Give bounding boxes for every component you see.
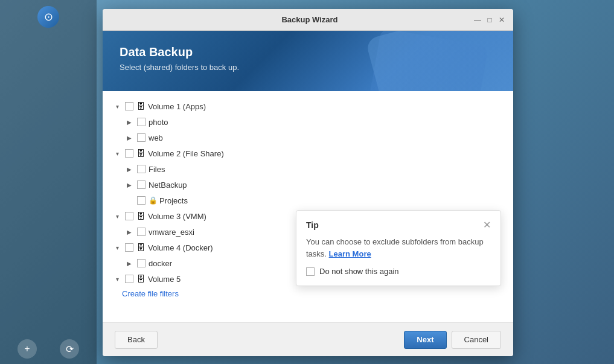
wizard-header: Data Backup Select (shared) folders to b…	[103, 31, 513, 91]
do-not-show-checkbox[interactable]	[306, 267, 315, 276]
window-title: Backup Wizard	[146, 15, 473, 24]
checkbox-projects[interactable]	[137, 196, 146, 205]
maximize-button[interactable]: □	[485, 16, 494, 24]
window-controls: — □ ✕	[473, 16, 506, 24]
tree-row-files[interactable]: ▶ Files	[124, 161, 504, 177]
label-vol3: Volume 3 (VMM)	[148, 212, 206, 221]
expander-photo[interactable]: ▶	[124, 117, 134, 127]
expander-files[interactable]: ▶	[124, 164, 134, 174]
tree-row-vol1[interactable]: ▾ 🗄 Volume 1 (Apps)	[112, 98, 504, 114]
footer-right-buttons: Next Cancel	[404, 331, 501, 349]
tree-row-web[interactable]: ▶ web	[124, 130, 504, 145]
checkbox-vol3[interactable]	[125, 212, 133, 220]
checkbox-web[interactable]	[137, 133, 146, 142]
label-vol5: Volume 5	[148, 275, 181, 284]
wizard-header-subtitle: Select (shared) folders to back up.	[120, 63, 496, 72]
checkbox-docker[interactable]	[137, 259, 146, 267]
children-vol2: ▶ Files ▶ NetBackup 🔒 Projects	[124, 161, 504, 208]
folder-tree[interactable]: ▾ 🗄 Volume 1 (Apps) ▶ photo ▶ web	[103, 91, 513, 322]
label-docker: docker	[149, 259, 172, 268]
label-netbackup: NetBackup	[149, 180, 187, 190]
volume-icon-vol1: 🗄	[136, 101, 145, 111]
tree-row-vol2[interactable]: ▾ 🗄 Volume 2 (File Share)	[112, 145, 504, 161]
tip-close-button[interactable]: ✕	[483, 220, 491, 230]
checkbox-vol1[interactable]	[125, 102, 133, 110]
checkbox-vol4[interactable]	[125, 243, 133, 252]
wizard-header-title: Data Backup	[120, 45, 496, 59]
minimize-button[interactable]: —	[473, 16, 482, 24]
volume-icon-vol5: 🗄	[136, 274, 145, 284]
label-vmware: vmware_esxi	[149, 228, 194, 237]
expander-vol4[interactable]: ▾	[112, 243, 122, 252]
expander-vol1[interactable]: ▾	[112, 101, 122, 111]
tree-row-projects[interactable]: 🔒 Projects	[124, 193, 504, 208]
tip-header: Tip ✕	[306, 220, 491, 230]
expander-vmware[interactable]: ▶	[124, 227, 134, 237]
expander-vol5[interactable]: ▾	[112, 274, 122, 284]
backup-wizard-window: Backup Wizard — □ ✕ Data Backup Select (…	[103, 9, 513, 356]
label-photo: photo	[149, 118, 168, 127]
cancel-button[interactable]: Cancel	[452, 331, 501, 349]
volume-icon-vol4: 🗄	[136, 243, 145, 252]
tip-body: You can choose to exclude subfolders fro…	[306, 236, 491, 260]
wizard-footer: Back Next Cancel	[103, 322, 513, 356]
lock-icon-projects: 🔒	[149, 196, 158, 205]
tip-title: Tip	[306, 220, 319, 230]
checkbox-vol5[interactable]	[125, 275, 133, 283]
back-button[interactable]: Back	[115, 331, 158, 349]
volume-icon-vol3: 🗄	[136, 211, 145, 221]
tree-row-netbackup[interactable]: ▶ NetBackup	[124, 177, 504, 193]
label-projects: Projects	[159, 196, 188, 205]
desktop: ⊙ + ⟳ Backup Wizard — □ ✕ Data Backup Se…	[0, 0, 614, 364]
expander-web[interactable]: ▶	[124, 133, 134, 142]
checkbox-vol2[interactable]	[125, 149, 133, 158]
wizard-content: ▾ 🗄 Volume 1 (Apps) ▶ photo ▶ web	[103, 91, 513, 322]
tip-popup: Tip ✕ You can choose to exclude subfolde…	[296, 210, 501, 286]
label-vol2: Volume 2 (File Share)	[148, 149, 224, 158]
learn-more-link[interactable]: Learn More	[329, 249, 371, 258]
label-vol1: Volume 1 (Apps)	[148, 102, 206, 111]
checkbox-files[interactable]	[137, 165, 146, 173]
checkbox-netbackup[interactable]	[137, 180, 146, 189]
label-files: Files	[149, 165, 165, 174]
taskbar-bottom-buttons: + ⟳	[0, 334, 97, 364]
checkbox-photo[interactable]	[137, 118, 146, 126]
children-vol1: ▶ photo ▶ web	[124, 114, 504, 145]
do-not-show-label: Do not show this again	[319, 267, 399, 276]
add-button[interactable]: +	[18, 339, 37, 359]
taskbar-left: ⊙ + ⟳	[0, 0, 97, 364]
tip-checkbox-row: Do not show this again	[306, 267, 491, 276]
history-button[interactable]: ⟳	[60, 339, 79, 359]
expander-netbackup[interactable]: ▶	[124, 180, 134, 190]
close-button[interactable]: ✕	[497, 16, 506, 24]
expander-vol2[interactable]: ▾	[112, 148, 122, 158]
label-vol4: Volume 4 (Docker)	[148, 243, 213, 252]
create-filters-link[interactable]: Create file filters	[122, 289, 504, 298]
expander-vol3[interactable]: ▾	[112, 211, 122, 221]
window-titlebar: Backup Wizard — □ ✕	[103, 9, 513, 31]
app-icon[interactable]: ⊙	[37, 6, 59, 28]
label-web: web	[149, 133, 163, 142]
tree-row-photo[interactable]: ▶ photo	[124, 114, 504, 130]
expander-docker[interactable]: ▶	[124, 258, 134, 268]
checkbox-vmware[interactable]	[137, 228, 146, 236]
next-button[interactable]: Next	[404, 331, 446, 349]
volume-icon-vol2: 🗄	[136, 148, 145, 158]
